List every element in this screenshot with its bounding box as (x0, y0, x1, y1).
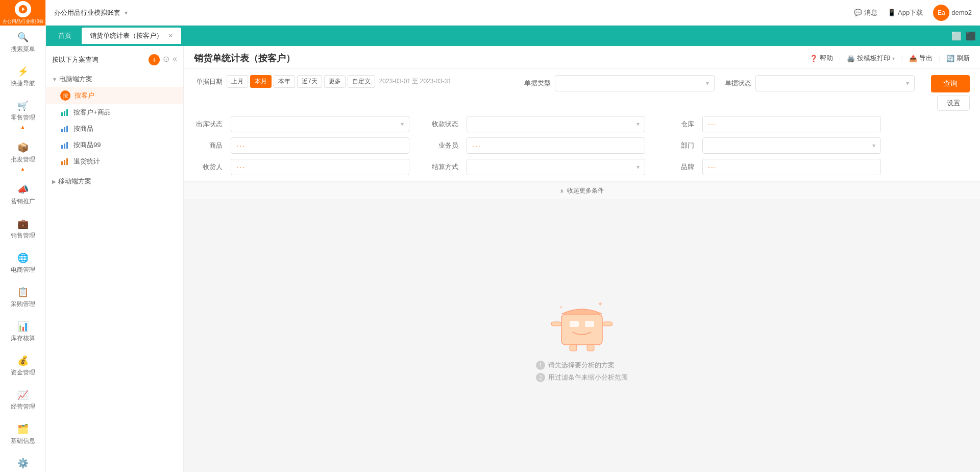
scheme-section-mobile-header[interactable]: ▶ 移动端方案 (46, 174, 183, 189)
doc-status-select[interactable]: ▾ (755, 75, 915, 91)
hint-num-2: 2 (536, 373, 545, 382)
export-button[interactable]: 📤 导出 (909, 54, 933, 63)
scheme-panel-header: 按以下方案查询 + ⊙ « (46, 50, 183, 69)
sidebar-item-basic[interactable]: 🗂️ 基础信息 (0, 417, 45, 452)
consignee-select[interactable]: ··· (231, 159, 409, 175)
scheme-add-button[interactable]: + (149, 54, 160, 65)
retail-icon: 🛒 (17, 100, 29, 111)
collapse-text: 收起更多条件 (567, 187, 604, 194)
settings-button[interactable]: 设置 (937, 96, 970, 111)
sidebar-item-search[interactable]: 🔍 搜索菜单 (0, 26, 45, 60)
export-label: 导出 (919, 54, 933, 63)
app-download-button[interactable]: 📱 App下载 (888, 8, 923, 17)
sidebar-item-finance[interactable]: 💰 资金管理 (0, 349, 45, 383)
export-icon: 📤 (909, 55, 917, 62)
dept-select[interactable]: ▾ (702, 137, 881, 154)
help-button[interactable]: ❓ 帮助 (810, 54, 833, 63)
warehouse-label: 仓库 (666, 120, 694, 129)
warehouse-select[interactable]: ··· (702, 116, 881, 132)
refresh-button[interactable]: 🔄 刷新 (946, 54, 970, 63)
svg-rect-0 (61, 112, 63, 116)
date-custom[interactable]: 自定义 (348, 75, 375, 88)
scheme-item-by-customer[interactable]: 按 按客户 (46, 87, 183, 104)
goods-99-icon (60, 140, 69, 150)
page-title: 销货单统计表（按客户） (194, 52, 295, 64)
marketing-icon: 📣 (17, 184, 29, 195)
empty-hint: ✦ ✦ 1 请先选择要分析的方案 2 用过滤条件来缩小分析范围 (536, 286, 628, 385)
message-icon: 💬 (854, 9, 862, 16)
refresh-label: 刷新 (957, 54, 970, 63)
breadcrumb-text: 办公用品行业模拟账套 (54, 8, 120, 17)
search-menu-icon: 🔍 (17, 32, 29, 43)
scheme-section-mobile: ▶ 移动端方案 (46, 172, 183, 191)
sidebar-item-wholesale[interactable]: 📦 批发管理 ▲ (0, 136, 45, 178)
tab-home[interactable]: 首页 (50, 28, 80, 44)
scheme-collapse-icon[interactable]: « (173, 54, 177, 65)
divider-3: | (939, 55, 940, 62)
collapse-bar[interactable]: ∧ 收起更多条件 (184, 182, 980, 199)
date-more[interactable]: 更多 (324, 75, 346, 88)
scheme-edit-icon[interactable]: ⊙ (163, 54, 169, 65)
brand-select[interactable]: ··· (702, 159, 881, 175)
scheme-section-desktop-header[interactable]: ▼ 电脑端方案 (46, 72, 183, 87)
date-last-month[interactable]: 上月 (227, 75, 248, 88)
print-label: 按模板打印 (857, 54, 890, 63)
svg-rect-18 (570, 345, 577, 351)
print-button[interactable]: 🖨️ 按模板打印 ▾ (847, 54, 895, 63)
purchase-icon: 📋 (17, 287, 29, 298)
window-minimize-icon[interactable]: ⬜ (951, 31, 962, 41)
brand-label: 品牌 (666, 162, 694, 172)
sidebar-item-purchase[interactable]: 📋 采购管理 (0, 280, 45, 315)
receive-status-label: 收款状态 (430, 120, 458, 129)
scheme-item-by-goods[interactable]: 按商品 (46, 121, 183, 137)
receive-status-select[interactable]: ▾ (467, 116, 645, 132)
doc-type-select[interactable]: ▾ (555, 75, 714, 91)
sidebar-item-marketing-label: 营销推广 (11, 197, 35, 206)
inventory-icon: 📊 (17, 321, 29, 332)
tab-close-icon[interactable]: ✕ (168, 32, 173, 39)
date-this-month[interactable]: 本月 (250, 75, 272, 88)
sidebar-item-inventory[interactable]: 📊 库存核算 (0, 315, 45, 349)
date-last-7days[interactable]: 近7天 (297, 75, 322, 88)
dept-dropdown-icon: ▾ (872, 142, 875, 149)
svg-rect-8 (66, 142, 68, 149)
user-name: demo2 (951, 9, 972, 16)
svg-text:✦: ✦ (597, 300, 603, 308)
sidebar-item-sales[interactable]: 💼 销售管理 (0, 212, 45, 246)
operations-icon: 📈 (17, 389, 29, 400)
sidebar-item-retail[interactable]: 🛒 零售管理 ▲ (0, 94, 45, 136)
sidebar-logo[interactable]: 办公用品行业模拟账套 (0, 0, 45, 26)
sidebar-item-ecommerce[interactable]: 🌐 电商管理 (0, 246, 45, 280)
message-button[interactable]: 💬 消息 (854, 8, 877, 17)
query-button[interactable]: 查询 (931, 75, 970, 92)
hint-item-2: 2 用过滤条件来缩小分析范围 (536, 373, 628, 382)
goods-select[interactable]: ··· (231, 137, 409, 154)
tab-sales-stat[interactable]: 销货单统计表（按客户） ✕ (82, 28, 181, 44)
date-this-year[interactable]: 本年 (274, 75, 295, 88)
tab-bar: 首页 销货单统计表（按客户） ✕ ⬜ ⬛ (46, 26, 980, 46)
scheme-item-return-stat[interactable]: 退货统计 (46, 153, 183, 170)
print-icon: 🖨️ (847, 55, 855, 62)
desktop-section-arrow: ▼ (52, 77, 57, 82)
scheme-item-goods-99[interactable]: 按商品99 (46, 137, 183, 153)
salesperson-select[interactable]: ··· (467, 137, 645, 154)
app-download-label: App下载 (898, 8, 923, 17)
wholesale-expand-icon: ▲ (20, 166, 26, 172)
header-dropdown-icon[interactable]: ▾ (125, 9, 128, 16)
user-profile[interactable]: Ea demo2 (933, 5, 972, 21)
svg-rect-10 (64, 160, 65, 165)
sidebar-item-operations[interactable]: 📈 经营管理 (0, 383, 45, 417)
salesperson-dots: ··· (472, 141, 481, 150)
scheme-item-customer-goods[interactable]: 按客户+商品 (46, 104, 183, 121)
doc-type-label: 单据类型 (522, 79, 551, 88)
window-maximize-icon[interactable]: ⬛ (966, 31, 976, 41)
sidebar-item-quicknav[interactable]: ⚡ 快捷导航 (0, 60, 45, 94)
sidebar-item-system[interactable]: ⚙️ 系统管理 (0, 452, 45, 472)
sidebar-item-marketing[interactable]: 📣 营销推广 (0, 178, 45, 212)
return-stat-icon (60, 157, 69, 166)
payment-select[interactable]: ▾ (467, 159, 645, 175)
out-status-select[interactable]: ▾ (231, 116, 409, 132)
sidebar-item-inventory-label: 库存核算 (11, 334, 35, 343)
window-controls: ⬜ ⬛ (951, 31, 976, 41)
goods-99-label: 按商品99 (74, 140, 101, 150)
